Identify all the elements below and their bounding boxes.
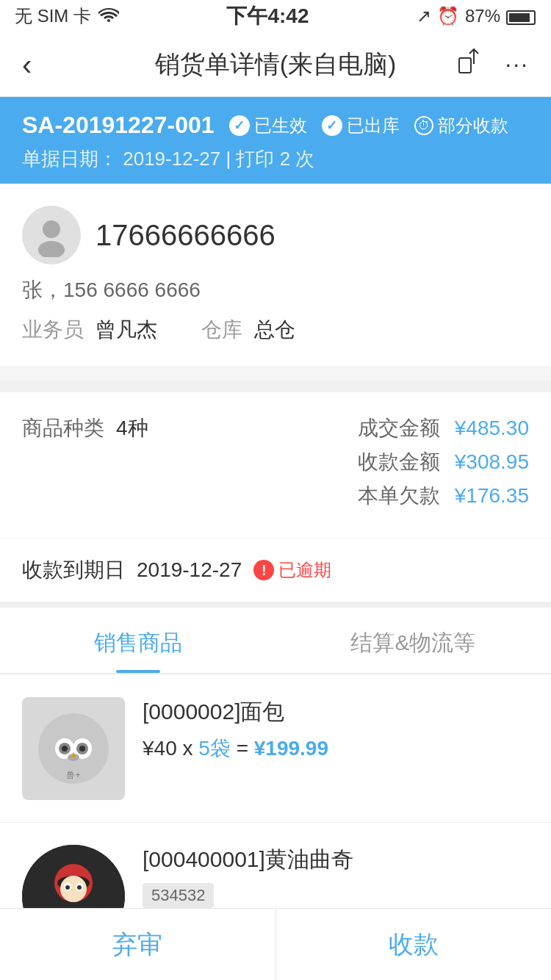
clock-icon: ⏱	[414, 116, 433, 135]
product-type-row: 商品种类 4种	[22, 414, 276, 442]
confirm-button[interactable]: 收款	[276, 909, 552, 980]
stats-left: 商品种类 4种	[22, 414, 276, 516]
svg-point-17	[60, 876, 87, 902]
product-qty-1: 5袋	[198, 737, 231, 760]
status-left: 无 SIM 卡	[15, 4, 119, 28]
overdue-icon: !	[253, 560, 274, 580]
wifi-icon	[98, 6, 119, 26]
status-time: 下午4:42	[226, 2, 309, 30]
product-type-count: 4种	[116, 414, 148, 442]
svg-point-2	[43, 220, 60, 238]
overdue-text: 已逾期	[278, 558, 331, 582]
svg-rect-0	[459, 58, 471, 73]
customer-section: 17666666666 张，156 6666 6666 业务员 曾凡杰 仓库 总…	[0, 184, 551, 366]
battery-text: 87%	[465, 6, 500, 26]
received-amount-label: 收款金额	[358, 448, 440, 476]
tab-sales-products[interactable]: 销售商品	[0, 608, 276, 673]
stats-section: 商品种类 4种 成交金额 ¥485.30 收款金额 ¥308.95 本单欠款 ¥…	[0, 392, 551, 538]
check-icon-1: ✓	[229, 115, 250, 136]
confirm-label: 收款	[389, 928, 439, 962]
received-amount-row: 收款金额 ¥308.95	[276, 448, 529, 476]
date-label: 单据日期：	[22, 148, 118, 170]
status-bar: 无 SIM 卡 下午4:42 ↗ ⏰ 87%	[0, 0, 551, 32]
warehouse-info: 仓库 总仓	[201, 316, 295, 344]
product-type-label: 商品种类	[22, 414, 104, 442]
avatar	[22, 206, 81, 264]
owe-amount-value: ¥176.35	[455, 484, 529, 508]
tab-sales-label: 销售商品	[94, 630, 182, 655]
svg-text:兽+: 兽+	[66, 770, 80, 780]
check-icon-2: ✓	[322, 115, 342, 136]
customer-meta: 业务员 曾凡杰 仓库 总仓	[22, 316, 529, 344]
badge-partial-payment: ⏱ 部分收款	[414, 114, 508, 137]
sales-person-label: 业务员	[22, 318, 84, 341]
table-row: 兽+ [0000002]面包 ¥40 x 5袋 = ¥199.99	[0, 675, 551, 823]
svg-point-20	[65, 885, 70, 890]
stats-right: 成交金额 ¥485.30 收款金额 ¥308.95 本单欠款 ¥176.35	[276, 414, 529, 516]
overdue-badge: ! 已逾期	[253, 558, 331, 582]
product-name-2: [000400001]黄油曲奇	[143, 845, 529, 875]
tab-settlement-label: 结算&物流等	[350, 630, 475, 655]
product-thumbnail-1: 兽+	[22, 697, 125, 800]
tab-settlement[interactable]: 结算&物流等	[276, 608, 551, 673]
payment-due-label: 收款到期日	[22, 556, 125, 584]
svg-point-9	[62, 746, 68, 752]
svg-point-10	[79, 746, 85, 752]
share-icon[interactable]	[456, 48, 483, 81]
badge-shipped: ✓ 已出库	[322, 114, 400, 137]
svg-point-21	[77, 885, 82, 890]
badge-effective: ✓ 已生效	[229, 114, 307, 137]
transaction-amount-value: ¥485.30	[455, 417, 529, 440]
page-title: 销货单详情(来自电脑)	[155, 48, 397, 82]
owe-amount-row: 本单欠款 ¥176.35	[276, 482, 529, 510]
nav-bar: ‹ 销货单详情(来自电脑) ···	[0, 32, 551, 97]
tabs-section: 销售商品 结算&物流等	[0, 608, 551, 674]
customer-phone: 17666666666	[96, 219, 276, 252]
owe-amount-label: 本单欠款	[358, 482, 440, 510]
sales-person-value: 曾凡杰	[96, 318, 157, 341]
print-info: | 打印 2 次	[226, 148, 314, 170]
received-amount-value: ¥308.95	[455, 450, 529, 474]
product-info-1: [0000002]面包 ¥40 x 5袋 = ¥199.99	[143, 697, 529, 763]
product-tag-2: 534532	[143, 883, 214, 908]
more-options-icon[interactable]: ···	[505, 51, 529, 78]
payment-due-section: 收款到期日 2019-12-27 ! 已逾期	[0, 538, 551, 608]
badge-shipped-label: 已出库	[347, 114, 400, 137]
product-total-1: ¥199.99	[254, 737, 328, 760]
order-header-top: SA-20191227-001 ✓ 已生效 ✓ 已出库 ⏱ 部分收款	[22, 112, 529, 139]
product-unit-price-1: ¥40	[143, 737, 177, 760]
carrier-text: 无 SIM 卡	[15, 4, 91, 28]
order-header: SA-20191227-001 ✓ 已生效 ✓ 已出库 ⏱ 部分收款 单据日期：…	[0, 97, 551, 184]
order-date: 单据日期： 2019-12-27 | 打印 2 次	[22, 146, 529, 172]
payment-due-date: 2019-12-27	[137, 558, 242, 582]
sales-person-info: 业务员 曾凡杰	[22, 316, 157, 344]
customer-name-phone: 张，156 6666 6666	[22, 276, 529, 304]
svg-point-3	[38, 241, 65, 257]
product-price-1: ¥40 x 5袋 = ¥199.99	[143, 735, 529, 763]
cancel-button[interactable]: 弃审	[0, 909, 276, 980]
order-date-value: 2019-12-27	[123, 148, 220, 170]
alarm-icon: ⏰	[437, 6, 459, 26]
bottom-bar: 弃审 收款	[0, 908, 551, 980]
battery-icon	[506, 6, 536, 26]
status-right: ↗ ⏰ 87%	[417, 6, 536, 26]
divider-1	[0, 381, 551, 392]
product-name-1: [0000002]面包	[143, 697, 529, 727]
location-icon: ↗	[417, 6, 431, 26]
back-button[interactable]: ‹	[22, 50, 32, 79]
order-id: SA-20191227-001	[22, 112, 215, 139]
cancel-label: 弃审	[112, 928, 162, 962]
transaction-amount-label: 成交金额	[358, 414, 440, 442]
transaction-amount-row: 成交金额 ¥485.30	[276, 414, 529, 442]
nav-right-icons: ···	[456, 48, 529, 81]
warehouse-label: 仓库	[201, 318, 242, 341]
customer-top: 17666666666	[22, 206, 529, 264]
badge-partial-label: 部分收款	[438, 114, 508, 137]
badge-effective-label: 已生效	[254, 114, 307, 137]
warehouse-value: 总仓	[254, 318, 295, 341]
